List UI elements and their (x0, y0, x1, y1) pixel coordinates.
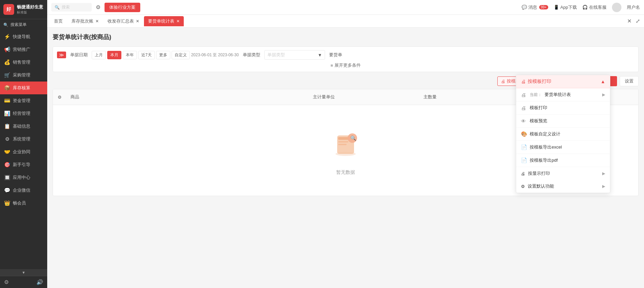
nav-icon-guide: 🎯 (4, 162, 10, 168)
sidebar-item-inventory[interactable]: 📦库存核算 (0, 82, 47, 94)
topbar-message[interactable]: 💬 消息 99+ (522, 4, 548, 10)
sidebar-search-label: 搜索菜单 (10, 22, 27, 28)
dropdown-title: 按模板打印 (528, 78, 551, 85)
tab-close-inventory-batch[interactable]: ✕ (95, 19, 99, 24)
nav-label-finance: 资金管理 (13, 98, 30, 104)
type-select-value: 单据类型 (267, 52, 285, 58)
page-title: 要货单统计表(按商品) (53, 33, 639, 41)
online-service-label: 在线客服 (589, 4, 607, 10)
sidebar-item-member[interactable]: 👑畅会员 (0, 197, 47, 210)
expand-btn[interactable]: ≡ 展开更多条件 (330, 62, 361, 68)
sidebar-item-finance[interactable]: 💳资金管理 (0, 94, 47, 107)
tab-close-receive-summary[interactable]: ✕ (136, 19, 139, 24)
expand-label: 展开更多条件 (334, 62, 361, 68)
sidebar-item-basic[interactable]: 📋基础信息 (0, 120, 47, 133)
sidebar-item-quick-nav[interactable]: ⚡快捷导航 (0, 30, 47, 43)
filter-toggle-arrow[interactable]: ≫ (57, 52, 66, 58)
filter-row-1: ≫ 单据日期 上月 本月 本年 近7天 更多 自定义 2023-06-01 至 … (57, 50, 634, 60)
empty-icon: 🔍 (329, 125, 362, 165)
nav-icon-inventory: 📦 (4, 85, 10, 91)
template-print-item-label: 模板打印 (530, 105, 547, 111)
sidebar-item-operation[interactable]: 📊经营管理 (0, 107, 47, 120)
dropdown-template-excel[interactable]: 📄 按模板导出excel (516, 141, 610, 154)
avatar[interactable] (612, 3, 621, 12)
date-btn-more[interactable]: 更多 (156, 51, 170, 59)
topbar-online-service[interactable]: 🎧 在线客服 (582, 4, 607, 10)
th-gear[interactable]: ⚙ (53, 93, 66, 102)
sidebar-item-sales[interactable]: 💰销售管理 (0, 56, 47, 69)
message-icon: 💬 (522, 5, 527, 10)
tab-receive-summary[interactable]: 收发存汇总表✕ (104, 16, 143, 26)
main-area: 🔍 搜索 ⚙ 体验行业方案 💬 消息 99+ 📱 App下载 🎧 在线客服 用户… (47, 0, 644, 288)
tab-order-stats[interactable]: 要货单统计表✕ (144, 16, 184, 26)
dropdown-header: 🖨 按模板打印 ▲ (516, 75, 610, 88)
topbar-search[interactable]: 🔍 搜索 (51, 3, 92, 11)
date-btn-this-month[interactable]: 本月 (107, 51, 121, 59)
sidebar-bottom: ⚙ 🔊 (0, 276, 47, 288)
dropdown-display-print[interactable]: 🖨 按显示打印 ▶ (516, 167, 610, 180)
date-btn-custom[interactable]: 自定义 (172, 51, 190, 59)
nav-icon-sales: 💰 (4, 59, 10, 65)
dropdown-current-item[interactable]: 🖨 当前： 要货单统计表 ▶ (516, 88, 610, 101)
dropdown-set-default[interactable]: ⚙ 设置默认功能 ▶ (516, 180, 610, 193)
tab-inventory-batch[interactable]: 库存批次账✕ (67, 16, 103, 26)
content-area: 要货单统计表(按商品) ≫ 单据日期 上月 本月 本年 近7天 更多 自定义 2… (47, 28, 644, 288)
date-btn-last-month[interactable]: 上月 (92, 51, 106, 59)
nav-icon-app-center: 🔲 (4, 174, 10, 181)
date-range-text: 2023-06-01 至 2023-06-30 (191, 52, 239, 58)
dropdown-template-custom[interactable]: 🎨 模板自定义设计 (516, 128, 610, 141)
tab-bar-right: ✕ ⤢ (626, 17, 641, 25)
sidebar: 好 畅捷通好生意 标准版 🔍 搜索菜单 ⚡快捷导航📢营销推广💰销售管理🛒采购管理… (0, 0, 47, 288)
dropdown-template-pdf[interactable]: 📄 按模板导出pdf (516, 154, 610, 167)
speaker-icon[interactable]: 🔊 (36, 279, 43, 285)
template-preview-label: 模板预览 (530, 118, 547, 124)
type-select[interactable]: 单据类型 ▼ (264, 50, 325, 60)
topbar-search-icon: 🔍 (55, 5, 60, 10)
nav-label-app-center: 应用中心 (13, 174, 30, 181)
topbar-gear-icon[interactable]: ⚙ (96, 4, 100, 10)
topbar-app-download[interactable]: 📱 App下载 (554, 4, 577, 10)
tab-close-order-stats[interactable]: ✕ (176, 19, 180, 24)
svg-rect-4 (338, 144, 347, 145)
nav-icon-marketing: 📢 (4, 46, 10, 53)
service-icon: 🎧 (582, 5, 588, 10)
nav-icon-basic: 📋 (4, 123, 10, 129)
sidebar-scroll-down[interactable]: ▼ (0, 269, 47, 276)
sidebar-item-collab[interactable]: 🤝企业协同 (0, 146, 47, 158)
tab-home[interactable]: 首页 (50, 16, 67, 26)
dropdown-template-print[interactable]: 🖨 模板打印 (516, 101, 610, 115)
logo-sub-text: 标准版 (17, 10, 43, 14)
set-default-arrow: ▶ (602, 184, 605, 189)
logo-icon: 好 (3, 4, 14, 15)
sidebar-item-wechat[interactable]: 💬企业微信 (0, 184, 47, 197)
sidebar-item-system[interactable]: ⚙系统管理 (0, 133, 47, 146)
sidebar-item-app-center[interactable]: 🔲应用中心 (0, 171, 47, 184)
th-qty: 主数量 (377, 92, 483, 102)
sidebar-item-marketing[interactable]: 📢营销推广 (0, 43, 47, 56)
sidebar-item-purchase[interactable]: 🛒采购管理 (0, 69, 47, 82)
template-excel-icon: 📄 (521, 144, 527, 150)
dropdown-header-left: 🖨 按模板打印 (521, 78, 551, 85)
th-unit: 主计量单位 (271, 92, 377, 102)
tab-label-order-stats: 要货单统计表 (148, 18, 174, 24)
nav-label-quick-nav: 快捷导航 (13, 34, 30, 40)
sidebar-search[interactable]: 🔍 搜索菜单 (0, 19, 47, 30)
dropdown-print-icon: 🖨 (521, 79, 526, 84)
sidebar-item-guide[interactable]: 🎯新手引导 (0, 158, 47, 171)
nav-label-collab: 企业协同 (13, 149, 30, 155)
nav-label-guide: 新手引导 (13, 162, 30, 168)
dropdown-close-btn[interactable]: ▲ (601, 79, 605, 84)
settings-btn[interactable]: 设置 (620, 76, 639, 86)
display-print-arrow: ▶ (602, 171, 605, 176)
tab-close-btn[interactable]: ✕ (626, 17, 633, 25)
username: 用户名 (627, 4, 640, 10)
tab-expand-btn[interactable]: ⤢ (634, 17, 641, 25)
date-btn-7days[interactable]: 近7天 (138, 51, 155, 59)
tab-bar: 首页库存批次账✕收发存汇总表✕要货单统计表✕ ✕ ⤢ (47, 15, 644, 28)
app-icon: 📱 (554, 5, 559, 10)
industry-btn[interactable]: 体验行业方案 (105, 3, 140, 12)
dropdown-template-preview[interactable]: 👁 模板预览 (516, 115, 610, 128)
date-btn-this-year[interactable]: 本年 (123, 51, 137, 59)
settings-icon[interactable]: ⚙ (4, 279, 9, 285)
template-pdf-icon: 📄 (521, 157, 527, 163)
